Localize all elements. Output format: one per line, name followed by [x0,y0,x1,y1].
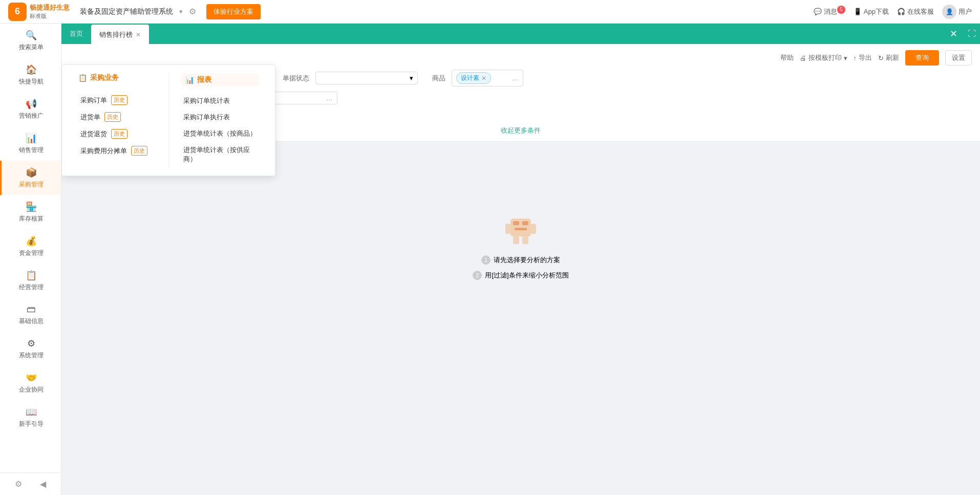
message-button[interactable]: 💬 消息 5 [814,7,845,16]
sidebar-label-quick-nav: 快捷导航 [19,77,44,86]
hint-num-2: 2 [473,271,482,280]
refresh-icon: ↻ [878,54,884,62]
app-download-button[interactable]: 📱 App下载 [854,7,889,16]
headset-icon: 🎧 [897,8,905,15]
settings-button[interactable]: 设置 [945,50,972,66]
sidebar-settings-button[interactable]: ⚙ [15,479,22,489]
print-button[interactable]: 🖨 按模板打印 ▾ [800,53,847,62]
more-conditions-button[interactable]: 收起更多条件 [501,126,541,135]
purchase-order-history-badge[interactable]: 历史 [111,95,127,105]
menu-item-in-stat-goods[interactable]: 进货单统计表（按商品） [181,125,259,142]
sidebar-label-search: 搜索菜单 [19,43,44,52]
logo-text: 畅捷通好生意 标准版 [30,4,70,19]
purchase-business-title: 📋 采购业务 [78,73,156,85]
sidebar-item-quick-nav[interactable]: 🏠 快捷导航 [0,58,61,92]
menu-item-purchase-return[interactable]: 进货退货 历史 [78,125,156,142]
goods-select[interactable]: 设计素 ✕ … [452,70,523,87]
in-stat-supplier-label: 进货单统计表（按供应商） [183,145,257,164]
svg-rect-7 [522,236,528,244]
trial-button[interactable]: 体验行业方案 [206,4,261,19]
menu-item-purchase-fee[interactable]: 采购费用分摊单 历史 [78,142,156,159]
sidebar-label-sales: 销售管理 [19,146,44,155]
empty-svg [495,208,546,249]
ellipsis-icon2[interactable]: … [326,94,333,102]
toolbar-row: 帮助 🖨 按模板打印 ▾ ↑ 导出 ↻ 刷新 查询 设置 [70,50,972,66]
purchase-return-history-badge[interactable]: 历史 [111,129,127,139]
goods-label: 商品 [432,74,445,83]
sidebar-item-marketing[interactable]: 📢 营销推广 [0,92,61,126]
tabbar-expand-icon[interactable]: ⛶ [964,29,980,38]
print-icon: 🖨 [800,54,806,62]
brand-edition: 标准版 [30,12,70,19]
purchase-fee-history-badge[interactable]: 历史 [131,146,147,156]
menu-item-in-stat-supplier[interactable]: 进货单统计表（按供应商） [181,142,259,167]
status-label: 单据状态 [283,74,309,83]
svg-rect-2 [522,221,528,225]
sidebar-item-sales[interactable]: 📊 销售管理 [0,126,61,161]
purchase-order-label: 采购订单 [80,96,107,105]
hint-num-1: 1 [481,255,491,265]
purchase-in-label: 进货单 [80,113,100,122]
purchase-in-history-badge[interactable]: 历史 [104,112,121,122]
sidebar-item-system[interactable]: ⚙ 系统管理 [0,332,61,366]
refresh-label: 刷新 [886,53,899,62]
settings-gear-icon[interactable]: ⚙ [189,7,196,16]
report-section-label: 报表 [197,75,211,84]
sidebar-item-operation[interactable]: 📋 经营管理 [0,264,61,298]
business-section-icon: 📋 [78,74,87,82]
menu-item-order-stat[interactable]: 采购订单统计表 [181,93,259,109]
topbar-right: 💬 消息 5 📱 App下载 🎧 在线客服 👤 用户 [814,5,972,19]
goods-tag-close-icon[interactable]: ✕ [481,75,486,82]
message-icon: 💬 [814,8,822,15]
app-label: App下载 [864,7,889,16]
menu-item-purchase-order[interactable]: 采购订单 历史 [78,92,156,109]
tabbar-close-icon[interactable]: ✕ [944,28,964,39]
tab-close-icon[interactable]: ✕ [136,31,141,38]
menu-item-purchase-in[interactable]: 进货单 历史 [78,109,156,125]
menu-divider [168,73,169,167]
avatar-icon: 👤 [946,8,953,15]
order-stat-label: 采购订单统计表 [183,96,230,105]
svg-rect-4 [505,224,510,234]
help-button[interactable]: 帮助 [780,53,794,62]
sidebar-item-purchase[interactable]: 📦 采购管理 [0,161,61,195]
marketing-icon: 📢 [26,98,37,110]
sidebar-item-basic[interactable]: 🗃 基础信息 [0,298,61,332]
tab-home[interactable]: 首页 [61,24,91,44]
purchase-return-label: 进货退货 [80,130,107,139]
sidebar-collapse-button[interactable]: ◀ [40,479,46,489]
sidebar-item-guide[interactable]: 📖 新手引导 [0,400,61,435]
logo-area: 6 畅捷通好生意 标准版 [8,3,70,21]
purchase-menu: 📋 采购业务 采购订单 历史 进货单 历史 进货退货 [61,64,275,176]
user-menu-button[interactable]: 👤 用户 [942,5,972,19]
logo-icon: 6 [8,3,27,21]
avatar: 👤 [942,5,956,19]
phone-icon: 📱 [854,8,862,15]
topbar: 6 畅捷通好生意 标准版 装备及固定资产辅助管理系统 ▾ ⚙ 体验行业方案 💬 … [0,0,980,24]
in-stat-goods-label: 进货单统计表（按商品） [183,129,257,138]
guide-icon: 📖 [26,406,37,418]
title-arrow-icon[interactable]: ▾ [179,8,183,15]
svg-rect-3 [515,228,527,230]
sidebar-item-finance[interactable]: 💰 资金管理 [0,229,61,264]
tab-home-label: 首页 [70,29,83,38]
ellipsis-icon[interactable]: … [512,74,519,82]
print-dropdown-icon: ▾ [844,54,847,62]
brand-name: 畅捷通好生意 [30,4,70,12]
tab-sales-rank[interactable]: 销售排行榜 ✕ [91,25,149,45]
sidebar-label-operation: 经营管理 [19,283,44,292]
menu-item-order-exec[interactable]: 采购订单执行表 [181,109,259,125]
export-button[interactable]: ↑ 导出 [854,53,872,62]
main-layout: 🔍 搜索菜单 🏠 快捷导航 📢 营销推广 📊 销售管理 📦 采购管理 🏪 库存核… [0,24,980,495]
sidebar-item-inventory[interactable]: 🏪 库存核算 [0,195,61,229]
status-select[interactable]: ▾ [315,72,418,84]
svg-rect-5 [531,224,536,234]
purchase-dropdown: 📋 采购业务 采购订单 历史 进货单 历史 进货退货 [61,64,275,176]
sidebar-item-search[interactable]: 🔍 搜索菜单 [0,24,61,58]
query-button[interactable]: 查询 [905,50,939,66]
online-service-button[interactable]: 🎧 在线客服 [897,7,934,16]
sidebar-item-enterprise[interactable]: 🤝 企业协同 [0,366,61,400]
refresh-button[interactable]: ↻ 刷新 [878,53,899,62]
system-icon: ⚙ [27,338,35,349]
sidebar-label-marketing: 营销推广 [19,112,44,120]
